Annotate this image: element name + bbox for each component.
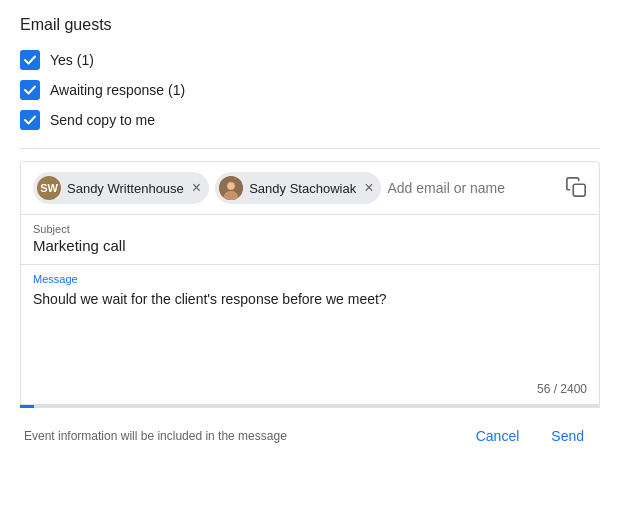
checkbox-awaiting[interactable] <box>20 80 40 100</box>
chip-sandy-s: Sandy Stachowiak × <box>215 172 381 204</box>
message-text: Should we wait for the client's response… <box>33 289 587 310</box>
checkbox-copy-label: Send copy to me <box>50 112 155 128</box>
progress-bar <box>20 405 34 408</box>
recipients-section: SW Sandy Writtenhouse × Sandy Stachowiak… <box>20 161 600 215</box>
checkbox-awaiting-row: Awaiting response (1) <box>20 80 600 100</box>
checkbox-copy-row: Send copy to me <box>20 110 600 130</box>
send-button[interactable]: Send <box>539 420 596 452</box>
message-label: Message <box>33 273 587 285</box>
avatar-photo-sandy-s <box>219 176 243 200</box>
chip-close-sandy-w[interactable]: × <box>192 180 201 196</box>
char-count: 56 / 2400 <box>537 382 587 396</box>
footer-actions: Cancel Send <box>464 420 596 452</box>
checkbox-awaiting-label: Awaiting response (1) <box>50 82 185 98</box>
subject-value: Marketing call <box>33 237 587 254</box>
divider <box>20 148 600 149</box>
chip-name-sandy-w: Sandy Writtenhouse <box>67 181 184 196</box>
footer: Event information will be included in th… <box>20 408 600 456</box>
cancel-button[interactable]: Cancel <box>464 420 532 452</box>
checkbox-yes-label: Yes (1) <box>50 52 94 68</box>
checkbox-yes-row: Yes (1) <box>20 50 600 70</box>
progress-bar-container <box>20 405 600 408</box>
chip-sandy-w: SW Sandy Writtenhouse × <box>33 172 209 204</box>
checkbox-yes[interactable] <box>20 50 40 70</box>
subject-section: Subject Marketing call <box>20 215 600 265</box>
svg-rect-4 <box>573 184 585 196</box>
email-guests-dialog: Email guests Yes (1) Awaiting response (… <box>0 0 620 472</box>
add-email-input[interactable] <box>387 180 559 196</box>
chip-close-sandy-s[interactable]: × <box>364 180 373 196</box>
subject-label: Subject <box>33 223 587 235</box>
checkbox-copy[interactable] <box>20 110 40 130</box>
chip-name-sandy-s: Sandy Stachowiak <box>249 181 356 196</box>
footer-info: Event information will be included in th… <box>24 429 287 443</box>
message-section[interactable]: Message Should we wait for the client's … <box>20 265 600 405</box>
copy-icon[interactable] <box>565 176 587 201</box>
page-title: Email guests <box>20 16 600 34</box>
avatar-sandy-s <box>219 176 243 200</box>
avatar-sandy-w: SW <box>37 176 61 200</box>
